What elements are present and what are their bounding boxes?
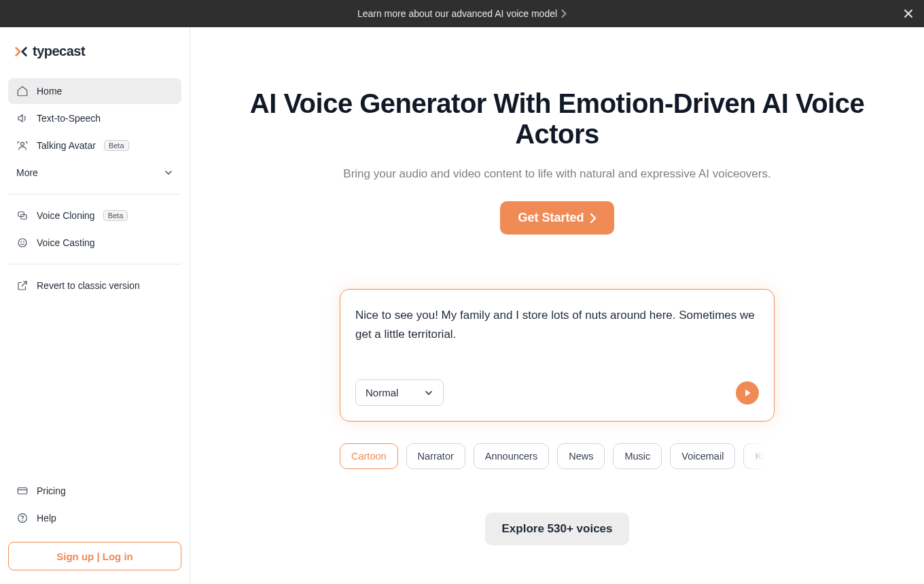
chevron-down-icon bbox=[164, 168, 173, 177]
sidebar-item-label: Talking Avatar bbox=[37, 140, 96, 151]
main-content: AI Voice Generator With Emotion-Driven A… bbox=[190, 27, 924, 584]
sidebar: typecast Home Text-to-Speech Talking bbox=[0, 27, 190, 584]
explore-label: Explore 530+ voices bbox=[501, 522, 612, 535]
sidebar-item-more[interactable]: More bbox=[8, 160, 181, 186]
svg-point-3 bbox=[18, 239, 26, 247]
sidebar-item-home[interactable]: Home bbox=[8, 78, 181, 104]
sidebar-primary-nav: Home Text-to-Speech Talking Avatar Beta … bbox=[8, 78, 181, 186]
external-icon bbox=[16, 279, 29, 292]
sidebar-item-label: Voice Casting bbox=[37, 237, 95, 248]
sidebar-divider bbox=[8, 264, 181, 264]
category-chip-voicemail[interactable]: Voicemail bbox=[670, 443, 735, 469]
sidebar-item-voice-casting[interactable]: Voice Casting bbox=[8, 230, 181, 256]
announcement-link[interactable]: Learn more about our advanced AI voice m… bbox=[357, 8, 567, 19]
sidebar-item-label: Help bbox=[37, 513, 56, 523]
sidebar-item-talking-avatar[interactable]: Talking Avatar Beta bbox=[8, 133, 181, 158]
sidebar-item-revert-classic[interactable]: Revert to classic version bbox=[8, 273, 181, 298]
chip-label: Announcers bbox=[485, 451, 537, 462]
chevron-down-icon bbox=[424, 388, 433, 398]
sidebar-tertiary-nav: Revert to classic version bbox=[8, 273, 181, 298]
help-icon bbox=[16, 512, 29, 524]
page-subtitle: Bring your audio and video content to li… bbox=[231, 167, 883, 181]
sidebar-item-label: More bbox=[16, 167, 38, 178]
brand-name: typecast bbox=[33, 44, 85, 59]
cta-label: Get Started bbox=[518, 211, 584, 225]
chip-label: Cartoon bbox=[351, 451, 387, 462]
chip-label: News bbox=[569, 451, 593, 462]
voice-style-select[interactable]: Normal bbox=[355, 379, 444, 406]
beta-badge: Beta bbox=[104, 140, 129, 151]
sidebar-item-label: Voice Cloning bbox=[37, 210, 95, 221]
chip-label: Music bbox=[624, 451, 650, 462]
svg-point-5 bbox=[23, 241, 24, 243]
sidebar-footer-nav: Pricing Help bbox=[8, 478, 181, 531]
home-icon bbox=[16, 85, 29, 97]
voice-sample-text[interactable]: Nice to see you! My family and I store l… bbox=[355, 306, 759, 367]
voice-card: Nice to see you! My family and I store l… bbox=[340, 289, 775, 422]
sidebar-item-voice-cloning[interactable]: Voice Cloning Beta bbox=[8, 203, 181, 228]
play-icon bbox=[743, 388, 752, 398]
close-icon bbox=[904, 9, 913, 18]
sidebar-item-label: Text-to-Speech bbox=[37, 113, 101, 124]
category-chip-announcers[interactable]: Announcers bbox=[474, 443, 549, 469]
voice-style-selected: Normal bbox=[366, 387, 398, 398]
explore-voices-button[interactable]: Explore 530+ voices bbox=[485, 513, 628, 545]
sidebar-secondary-nav: Voice Cloning Beta Voice Casting bbox=[8, 203, 181, 256]
play-button[interactable] bbox=[736, 381, 759, 405]
beta-badge: Beta bbox=[103, 210, 128, 221]
svg-rect-6 bbox=[18, 488, 27, 494]
hero: AI Voice Generator With Emotion-Driven A… bbox=[231, 27, 883, 545]
svg-point-0 bbox=[21, 142, 24, 145]
casting-icon bbox=[16, 237, 29, 249]
sidebar-item-label: Revert to classic version bbox=[37, 280, 140, 291]
sidebar-item-label: Home bbox=[37, 86, 62, 97]
page-title: AI Voice Generator With Emotion-Driven A… bbox=[231, 88, 883, 150]
announcement-banner: Learn more about our advanced AI voice m… bbox=[0, 0, 924, 27]
chip-label: Kid bbox=[755, 451, 769, 462]
sidebar-item-label: Pricing bbox=[37, 485, 66, 496]
avatar-icon bbox=[16, 139, 29, 152]
logo-mark-icon bbox=[14, 44, 29, 59]
auth-button[interactable]: Sign up | Log in bbox=[8, 542, 181, 570]
brand-logo[interactable]: typecast bbox=[8, 44, 181, 59]
announcement-close-button[interactable] bbox=[904, 9, 913, 18]
category-chip-narrator[interactable]: Narrator bbox=[406, 443, 465, 469]
sidebar-item-help[interactable]: Help bbox=[8, 505, 181, 531]
sidebar-divider bbox=[8, 194, 181, 194]
tts-icon bbox=[16, 112, 29, 124]
chip-label: Voicemail bbox=[681, 451, 724, 462]
category-chip-news[interactable]: News bbox=[557, 443, 605, 469]
chevron-right-icon bbox=[590, 213, 597, 224]
voice-category-row: Cartoon Narrator Announcers News Music V… bbox=[340, 443, 775, 469]
pricing-icon bbox=[16, 485, 29, 497]
cloning-icon bbox=[16, 209, 29, 222]
get-started-button[interactable]: Get Started bbox=[500, 201, 614, 235]
category-chip-cartoon[interactable]: Cartoon bbox=[340, 443, 398, 469]
auth-button-label: Sign up | Log in bbox=[56, 551, 133, 562]
category-chip-music[interactable]: Music bbox=[613, 443, 662, 469]
announcement-text: Learn more about our advanced AI voice m… bbox=[357, 8, 557, 19]
sidebar-item-tts[interactable]: Text-to-Speech bbox=[8, 105, 181, 131]
chevron-right-icon bbox=[561, 10, 567, 18]
chip-label: Narrator bbox=[418, 451, 454, 462]
svg-point-4 bbox=[20, 241, 22, 243]
category-chip-kid[interactable]: Kid bbox=[743, 443, 775, 469]
svg-point-8 bbox=[22, 520, 23, 521]
voice-panel: Nice to see you! My family and I store l… bbox=[340, 289, 775, 469]
sidebar-item-pricing[interactable]: Pricing bbox=[8, 478, 181, 504]
voice-controls: Normal bbox=[355, 379, 759, 406]
